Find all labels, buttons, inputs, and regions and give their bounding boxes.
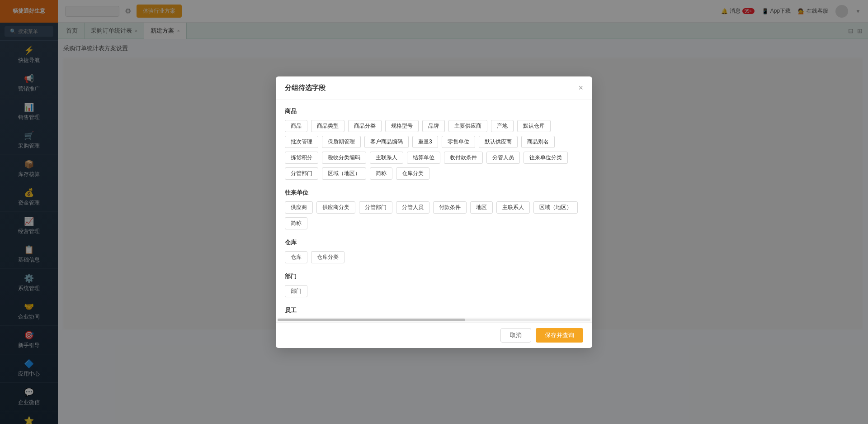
modal-footer: 取消 保存并查询 [276,322,592,348]
section-partner: 往来单位供应商供应商分类分管部门分管人员付款条件地区主联系人区域（地区）简称 [285,189,583,229]
field-tag-settle-unit[interactable]: 结算单位 [407,152,440,164]
field-tag-origin[interactable]: 产地 [491,120,514,132]
section-staff: 员工业务员 [285,306,583,318]
save-query-button[interactable]: 保存并查询 [536,328,583,343]
section-dept: 部门部门 [285,272,583,297]
field-select-modal: 分组待选字段 × 商品商品商品类型商品分类规格型号品牌主要供应商产地默认仓库批次… [276,76,592,348]
field-tag-tax-code[interactable]: 税收分类编码 [322,152,366,164]
section-warehouse: 仓库仓库仓库分类 [285,238,583,263]
field-tag-payment-terms[interactable]: 收付款条件 [444,152,483,164]
field-tag-goods-spec[interactable]: 规格型号 [385,120,419,132]
field-tag-region-partner[interactable]: 地区 [470,201,493,214]
field-tag-warehouse-cat-goods[interactable]: 仓库分类 [396,167,429,180]
field-grid-dept: 部门 [285,285,583,297]
field-grid-goods: 商品商品类型商品分类规格型号品牌主要供应商产地默认仓库批次管理保质期管理客户商品… [285,120,583,180]
field-tag-contact-partner[interactable]: 主联系人 [496,201,530,214]
modal-body: 商品商品商品类型商品分类规格型号品牌主要供应商产地默认仓库批次管理保质期管理客户… [276,100,592,318]
cancel-button[interactable]: 取消 [500,328,531,343]
field-tag-goods-category[interactable]: 商品分类 [348,120,382,132]
field-tag-default-warehouse[interactable]: 默认仓库 [517,120,551,132]
field-tag-dept-managed[interactable]: 分管部门 [285,167,318,180]
field-grid-warehouse: 仓库仓库分类 [285,251,583,263]
field-tag-abbr-partner[interactable]: 简称 [285,217,307,229]
hscroll-track [278,319,590,321]
section-title-staff: 员工 [285,306,583,314]
field-tag-region-goods[interactable]: 区域（地区） [322,167,366,180]
section-title-warehouse: 仓库 [285,238,583,247]
modal-title: 分组待选字段 [285,84,326,92]
field-tag-abbr-goods[interactable]: 简称 [370,167,392,180]
field-grid-partner: 供应商供应商分类分管部门分管人员付款条件地区主联系人区域（地区）简称 [285,201,583,229]
field-tag-goods-alias[interactable]: 商品别名 [521,136,555,148]
field-tag-supplier[interactable]: 供应商 [285,201,313,214]
modal-hscroll [276,318,592,322]
field-tag-supplier-cat[interactable]: 供应商分类 [316,201,355,214]
field-tag-batch-mgmt[interactable]: 批次管理 [285,136,318,148]
field-tag-wh-cat[interactable]: 仓库分类 [311,251,344,263]
field-tag-default-supplier[interactable]: 默认供应商 [479,136,518,148]
field-tag-main-supplier[interactable]: 主要供应商 [448,120,487,132]
section-title-goods: 商品 [285,107,583,115]
field-tag-goods-type[interactable]: 商品类型 [311,120,344,132]
field-tag-shelf-life[interactable]: 保质期管理 [322,136,361,148]
field-tag-wh[interactable]: 仓库 [285,251,307,263]
section-goods: 商品商品商品类型商品分类规格型号品牌主要供应商产地默认仓库批次管理保质期管理客户… [285,107,583,180]
hscroll-thumb [278,319,465,321]
field-tag-manager[interactable]: 分管人员 [486,152,520,164]
section-title-dept: 部门 [285,272,583,281]
field-tag-weight3[interactable]: 重量3 [412,136,438,148]
field-tag-main-contact[interactable]: 主联系人 [370,152,403,164]
modal-close-button[interactable]: × [578,84,583,92]
field-tag-region-partner2[interactable]: 区域（地区） [533,201,578,214]
field-tag-person-managed[interactable]: 分管人员 [396,201,429,214]
field-tag-pick-score[interactable]: 拣货积分 [285,152,318,164]
field-tag-customer-code[interactable]: 客户商品编码 [364,136,409,148]
section-title-partner: 往来单位 [285,189,583,197]
field-tag-brand[interactable]: 品牌 [422,120,445,132]
field-tag-dept-partner[interactable]: 分管部门 [359,201,392,214]
modal-header: 分组待选字段 × [276,76,592,100]
field-tag-goods-name[interactable]: 商品 [285,120,307,132]
field-tag-department[interactable]: 部门 [285,285,307,297]
field-tag-source-unit-cat[interactable]: 往来单位分类 [524,152,568,164]
field-tag-retail-unit[interactable]: 零售单位 [442,136,475,148]
field-tag-payment-cond[interactable]: 付款条件 [433,201,467,214]
